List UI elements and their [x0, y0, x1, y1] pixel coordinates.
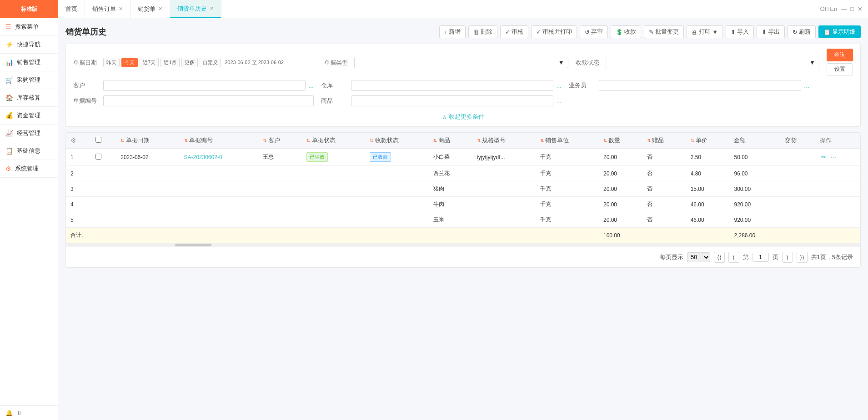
col-gear[interactable]: ⚙ — [66, 133, 91, 149]
sidebar-item-inventory[interactable]: 🏠 库存核算 — [0, 89, 58, 107]
collapse-row[interactable]: ∧ 收起更多条件 — [73, 111, 853, 121]
minimize-icon[interactable]: — — [841, 5, 847, 12]
date-btn-yesterday[interactable]: 昨天 — [103, 58, 120, 67]
sidebar-item-label: 资金管理 — [17, 111, 40, 120]
settings-button[interactable]: 设置 — [827, 63, 853, 75]
prev-page-button[interactable]: ⟨ — [728, 252, 739, 263]
tab-sales-order[interactable]: 销售订单 ✕ — [85, 0, 130, 18]
date-btn-7days[interactable]: 近7天 — [140, 58, 159, 67]
close-sales-goods-icon[interactable]: ✕ — [158, 6, 162, 12]
cell-doc-no[interactable]: SA-20230602-0 — [180, 149, 259, 166]
window-close-icon[interactable]: ✕ — [858, 5, 863, 12]
sidebar-item-system-mgmt[interactable]: ⚙ 系统管理 — [0, 160, 58, 178]
doc-type-select[interactable]: ▼ — [354, 57, 568, 68]
batch-change-button[interactable]: ✎ 批量变更 — [644, 25, 684, 38]
pagination-bar: 每页显示 50 20 100 ⟨⟨ ⟨ 第 页 ⟩ ⟩⟩ 共1页，5条记录 — [66, 247, 860, 267]
sidebar-item-basic-info[interactable]: 📋 基础信息 — [0, 142, 58, 160]
doc-no-label: 单据编号 — [73, 97, 100, 105]
close-sales-order-icon[interactable]: ✕ — [119, 6, 123, 12]
doc-no-input[interactable] — [103, 95, 314, 106]
payment-status-arrow-icon: ▼ — [809, 59, 815, 66]
export-button[interactable]: ⬇ 导出 — [757, 25, 785, 38]
sort-icon[interactable]: ⇅ — [691, 138, 694, 143]
sort-icon[interactable]: ⇅ — [477, 138, 481, 143]
goods-input[interactable] — [351, 95, 553, 106]
new-label: 新增 — [449, 28, 461, 36]
customer-input[interactable] — [103, 80, 306, 91]
page-size-select[interactable]: 50 20 100 — [687, 252, 710, 262]
pause-icon[interactable]: ⏸ — [16, 410, 22, 416]
query-button[interactable]: 查询 — [827, 49, 853, 61]
more-icon[interactable]: ⋯ — [830, 154, 836, 160]
row-checkbox[interactable] — [95, 154, 101, 160]
refresh-button[interactable]: ↻ 刷新 — [788, 25, 816, 38]
tab-sales-history[interactable]: 销货单历史 ✕ — [170, 0, 221, 18]
sidebar-item-sales-mgmt[interactable]: 📊 销售管理 — [0, 54, 58, 71]
cell-sales-unit: 千克 — [536, 212, 599, 228]
maximize-icon[interactable]: □ — [850, 5, 854, 12]
collect-icon: 💲 — [616, 29, 623, 35]
sort-icon[interactable]: ⇅ — [433, 138, 437, 143]
delete-button[interactable]: 🗑 删除 — [468, 25, 497, 38]
scroll-thumb[interactable] — [175, 244, 211, 246]
date-btn-today[interactable]: 今天 — [121, 58, 138, 67]
sort-icon[interactable]: ⇅ — [184, 138, 188, 143]
cell-action: ✏ ⋯ — [815, 149, 860, 166]
collect-button[interactable]: 💲 收款 — [611, 25, 641, 38]
payment-status-select[interactable]: ▼ — [606, 57, 819, 68]
sidebar-item-quick-nav[interactable]: ⚡ 快捷导航 — [0, 36, 58, 54]
refresh-label: 刷新 — [799, 28, 811, 36]
filter-docno-item: 单据编号 — [73, 95, 314, 106]
warehouse-ellipsis-icon[interactable]: ... — [556, 82, 562, 89]
sort-icon[interactable]: ⇅ — [263, 138, 266, 143]
sort-icon[interactable]: ⇅ — [370, 138, 373, 143]
sidebar-item-finance-mgmt[interactable]: 💰 资金管理 — [0, 107, 58, 125]
date-btn-more[interactable]: 更多 — [181, 58, 198, 67]
sidebar-item-purchase-mgmt[interactable]: 🛒 采购管理 — [0, 71, 58, 89]
show-detail-button[interactable]: 📋 显示明细 — [818, 25, 861, 38]
last-page-button[interactable]: ⟩⟩ — [797, 252, 808, 263]
cell-customer — [258, 166, 302, 181]
sort-icon[interactable]: ⇅ — [540, 138, 544, 143]
goods-ellipsis-icon[interactable]: ... — [556, 97, 562, 105]
close-sales-history-icon[interactable]: ✕ — [210, 5, 214, 11]
sidebar-bottom[interactable]: 🔔 ⏸ — [0, 405, 58, 420]
date-btn-1month[interactable]: 近1月 — [161, 58, 180, 67]
sidebar-item-operations-mgmt[interactable]: 📈 经营管理 — [0, 125, 58, 142]
select-all-checkbox[interactable] — [95, 137, 101, 143]
gear-icon[interactable]: ⚙ — [70, 137, 76, 144]
warehouse-input[interactable] — [351, 80, 553, 91]
filter-row-1: 单据日期 昨天 今天 近7天 近1月 更多 自定义 2023-06-02 至 2… — [73, 50, 853, 75]
cell-spec — [472, 212, 536, 228]
salesperson-ellipsis-icon[interactable]: ... — [804, 82, 809, 89]
horizontal-scrollbar[interactable] — [66, 243, 860, 247]
first-page-button[interactable]: ⟨⟨ — [714, 252, 725, 263]
tab-sales-goods[interactable]: 销货单 ✕ — [130, 0, 170, 18]
doc-status-badge: 已生效 — [306, 152, 328, 162]
audit-button[interactable]: ✓ 审核 — [500, 25, 528, 38]
cell-goods: 小白菜 — [429, 149, 472, 166]
cell-doc-date: 2023-06-02 — [116, 149, 179, 166]
salesperson-input[interactable] — [599, 80, 801, 91]
col-trade-label: 交货 — [785, 137, 797, 144]
import-button[interactable]: ⬆ 导入 — [726, 25, 754, 38]
sort-icon[interactable]: ⇅ — [120, 138, 124, 143]
tab-home[interactable]: 首页 — [58, 0, 85, 18]
page-content: 销货单历史 + 新增 🗑 删除 ✓ 审核 ✓ 审核并打印 — [58, 18, 868, 420]
page-number-input[interactable] — [753, 253, 769, 262]
next-page-button[interactable]: ⟩ — [782, 252, 793, 263]
edit-icon[interactable]: ✏ — [821, 154, 826, 160]
new-button[interactable]: + 新增 — [439, 25, 466, 38]
sort-icon[interactable]: ⇅ — [647, 138, 651, 143]
audit-print-button[interactable]: ✓ 审核并打印 — [531, 25, 577, 38]
sidebar-item-search-menu[interactable]: ☰ 搜索菜单 — [0, 18, 58, 36]
abandon-label: 弃审 — [591, 28, 603, 36]
cell-spec: tyjytjytjydf... — [472, 149, 536, 166]
abandon-button[interactable]: ↺ 弃审 — [580, 25, 608, 38]
sort-icon[interactable]: ⇅ — [603, 138, 607, 143]
date-btn-custom[interactable]: 自定义 — [200, 58, 221, 67]
notification-icon[interactable]: 🔔 — [5, 410, 13, 416]
customer-ellipsis-icon[interactable]: ... — [308, 82, 314, 89]
print-button[interactable]: 🖨 打印 ▼ — [687, 25, 723, 38]
sort-icon[interactable]: ⇅ — [306, 138, 310, 143]
